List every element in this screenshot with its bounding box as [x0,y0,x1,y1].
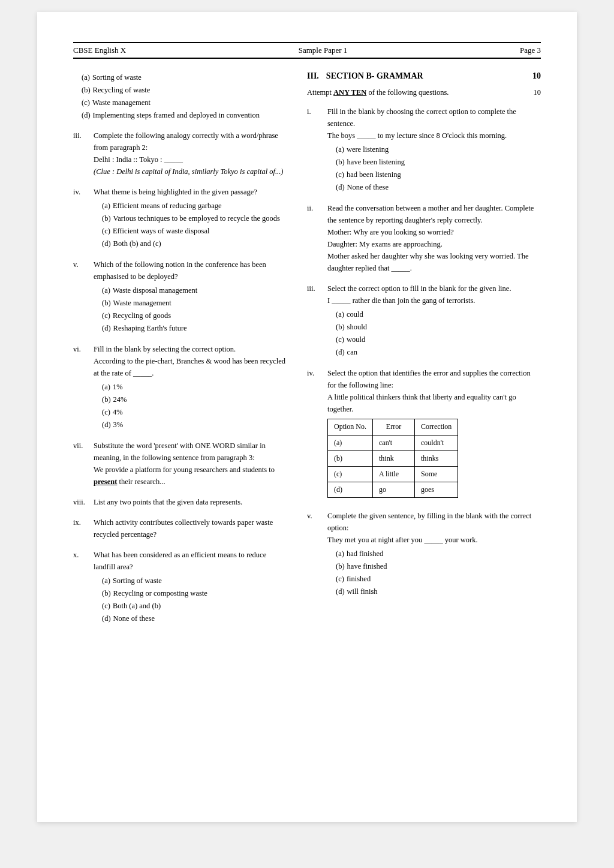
question-iv-right: iv. Select the option that identifies th… [307,367,541,501]
list-item: (c) Recycling of goods [102,310,289,322]
opt-b-label: (b) [102,394,111,406]
q-num-viii: viii. [73,496,90,508]
table-row: (a) can't couldn't [328,435,458,450]
q-num-i-right: i. [307,106,324,194]
list-item: (a) Efficient means of reducing garbage [102,200,289,212]
question-iii-right: iii. Select the correct option to fill i… [307,283,541,359]
opt-d-label: (d) [102,419,111,431]
question-i-right: i. Fill in the blank by choosing the cor… [307,106,541,194]
opt-a-text: were listening [347,143,389,155]
list-item: (d) can [336,346,541,358]
opt-d-text: Reshaping Earth's future [113,322,187,334]
list-item: (a) had finished [336,548,541,560]
option-label-b: (b) [82,84,91,96]
opt-d-text: will finish [347,585,378,597]
option-label-c: (c) [82,97,90,109]
opt-b-label: (b) [102,587,111,599]
q-num-iii: iii. [73,130,90,178]
q-row-vii: vii. Substitute the word 'present' with … [73,440,289,488]
section-title-row: III. SECTION B- GRAMMAR [307,70,423,83]
options-vi: (a) 1% (b) 24% (c) 4% [102,381,289,431]
left-column: (a) Sorting of waste (b) Recycling of wa… [73,70,289,633]
opt-c-label: (c) [336,573,344,585]
opt-a-text: Sorting of waste [113,575,162,587]
table-cell-correction-d: goes [415,482,458,498]
list-item: (d) Implementing steps framed and deploy… [82,109,289,121]
q-text-viii: List any two points that the given data … [94,498,242,506]
options-x: (a) Sorting of waste (b) Recycling or co… [102,575,289,624]
opt-a-text: Efficient means of reducing garbage [113,200,222,212]
list-item: (a) Waste disposal management [102,284,289,296]
opt-a-label: (a) [336,548,344,560]
table-cell-correction-c: Some [415,466,458,482]
section-header: III. SECTION B- GRAMMAR 10 [307,70,541,83]
question-ii-right: ii. Read the conversation between a moth… [307,202,541,274]
opt-a-label: (a) [102,575,110,587]
options-v: (a) Waste disposal management (b) Waste … [102,284,289,334]
header-left: CBSE English X [73,46,126,55]
top-options-block: (a) Sorting of waste (b) Recycling of wa… [73,71,289,121]
q-num-iii-right: iii. [307,283,324,359]
q-text-iv: What theme is being highlighted in the g… [94,188,257,196]
q-content-vi: Fill in the blank by selecting the corre… [94,343,289,431]
q-content-iii-right: Select the correct option to fill in the… [327,283,541,359]
page: CBSE English X Sample Paper 1 Page 3 (a)… [37,12,577,822]
q-num-vi: vi. [73,343,90,431]
list-item: (a) 1% [102,381,289,393]
q-row-vi: vi. Fill in the blank by selecting the c… [73,343,289,431]
option-text-d: Implementing steps framed and deployed i… [93,109,260,121]
q-content-x: What has been considered as an efficient… [94,549,289,625]
q-content-v-right: Complete the given sentence, by filling … [327,510,541,598]
header-right: Page 3 [520,46,541,55]
table-cell-option-c: (c) [328,466,373,482]
q-num-v: v. [73,259,90,335]
opt-c-text: 4% [113,406,123,418]
list-item: (d) 3% [102,419,289,431]
q-row-v: v. Which of the following notion in the … [73,259,289,335]
q-text-iii: Complete the following analogy correctly… [94,131,278,152]
q-row-ix: ix. Which activity contributes collectiv… [73,516,289,540]
opt-d-text: can [347,346,357,358]
list-item: (a) Sorting of waste [82,71,289,83]
attempt-line: Attempt ANY TEN of the following questio… [307,86,541,98]
options-iv: (a) Efficient means of reducing garbage … [102,200,289,250]
opt-b-text: 24% [113,394,127,406]
section-score: 10 [532,70,541,83]
q-dialogue-2: Mother asked her daughter why she was lo… [327,252,528,272]
opt-b-text: Waste management [113,297,171,309]
q-content-viii: List any two points that the given data … [94,496,289,508]
q-content-ix: Which activity contributes collectively … [94,516,289,540]
opt-c-label: (c) [102,600,110,612]
q-text-vii: Substitute the word 'present' with ONE W… [94,441,266,462]
table-cell-error-c: A little [373,466,415,482]
list-item: (c) would [336,334,541,346]
list-item: (a) could [336,308,541,320]
q-content-i-right: Fill in the blank by choosing the correc… [327,106,541,194]
table-cell-error-a: can't [373,435,415,450]
opt-b-text: have been listening [347,156,405,168]
list-item: (c) Both (a) and (b) [102,600,289,612]
q-text-ii: Read the conversation between a mother a… [327,204,534,224]
list-item: (b) Recycling or composting waste [102,587,289,599]
table-header-error: Error [373,419,415,435]
q-text-iii-right: Select the correct option to fill in the… [327,284,511,293]
q-row-iv-right: iv. Select the option that identifies th… [307,367,541,501]
q-content-iii: Complete the following analogy correctly… [94,130,289,178]
list-item: (a) were listening [336,143,541,155]
opt-c-text: finished [347,573,371,585]
q-text-v-right: Complete the given sentence, by filling … [327,512,531,532]
list-item: (b) should [336,321,541,333]
opt-b-label: (b) [102,212,111,224]
q-num-x: x. [73,549,90,625]
opt-d-label: (d) [102,322,111,334]
correction-table: Option No. Error Correction (a) can't co… [327,419,458,498]
list-item: (d) will finish [336,585,541,597]
opt-d-text: Both (b) and (c) [113,238,161,250]
table-row: Option No. Error Correction [328,419,458,435]
q-text-ix: Which activity contributes collectively … [94,518,273,539]
q-sentence-i: The boys _____ to my lecture since 8 O'c… [327,131,507,140]
q-row-iv: iv. What theme is being highlighted in t… [73,186,289,250]
table-header-correction: Correction [415,419,458,435]
q-subtext-vi: According to the pie-chart, Branches & w… [94,357,285,377]
opt-b-label: (b) [102,297,111,309]
